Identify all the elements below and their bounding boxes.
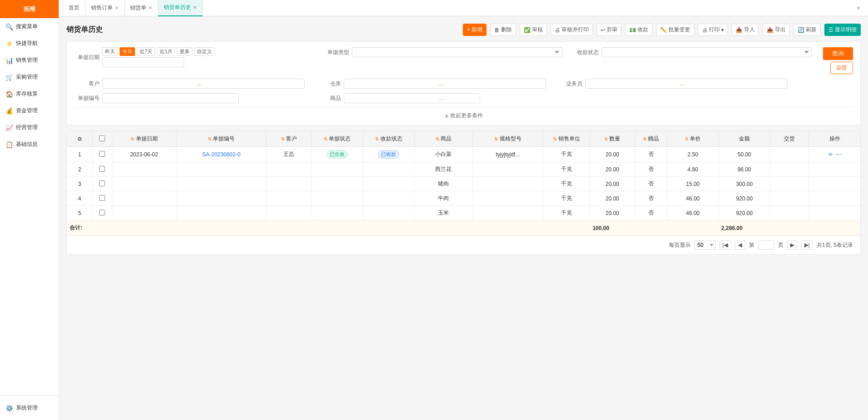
tab-sales-order-close[interactable]: ✕ [115, 5, 119, 11]
edit-action-button[interactable]: ✏ [827, 151, 834, 158]
date-today[interactable]: 今天 [120, 47, 135, 56]
query-button[interactable]: 查询 [823, 47, 853, 60]
date-custom[interactable]: 自定义 [194, 47, 215, 56]
date-1month[interactable]: 近1月 [157, 47, 175, 56]
row-check [93, 191, 112, 206]
print-button[interactable]: 🖨 打印 ▾ [698, 24, 728, 36]
close-all-tabs-button[interactable]: ✕ [853, 5, 864, 11]
next-page-button[interactable]: ▶ [787, 240, 798, 250]
first-page-button[interactable]: |◀ [719, 240, 731, 250]
client-picker-button[interactable]: ... [196, 80, 203, 87]
th-checkbox[interactable] [93, 131, 112, 147]
salesperson-picker-button[interactable]: ... [679, 80, 686, 87]
th-amount[interactable]: 金额 [718, 131, 770, 147]
th-date[interactable]: ⇅ 单据日期 [112, 131, 176, 147]
page-header: 销货单历史 + 新增 🗑 删除 ✅ 审核 🖨 审核并打印 ↩ 弃审 [66, 24, 861, 36]
sidebar-item-search-menu[interactable]: 🔍 搜索菜单 [0, 18, 59, 35]
export-button[interactable]: 📤 导出 [763, 24, 790, 36]
salesperson-label: 业务员 [557, 80, 582, 88]
row-code [176, 177, 266, 191]
table-row: 3猪肉千克20.00否15.00300.00 [67, 177, 860, 191]
client-input[interactable] [105, 80, 196, 87]
row-checkbox[interactable] [99, 166, 105, 172]
th-price[interactable]: ⇅ 单价 [667, 131, 718, 147]
last-page-button[interactable]: ▶| [801, 240, 813, 250]
tab-sales-goods-close[interactable]: ✕ [148, 5, 152, 11]
sidebar-item-label: 搜索菜单 [16, 23, 38, 30]
row-goods: 玉米 [415, 206, 472, 220]
refresh-icon: 🔄 [798, 27, 804, 33]
table-row: 2西兰花千克20.00否4.8096.00 [67, 162, 860, 177]
tab-sales-goods[interactable]: 销货单 ✕ [125, 0, 158, 16]
goods-picker-button[interactable]: ... [438, 95, 444, 101]
sidebar-item-basic-info[interactable]: 📋 基础信息 [0, 136, 59, 153]
import-button[interactable]: 📥 导入 [732, 24, 759, 36]
abandon-button[interactable]: ↩ 弃审 [597, 24, 622, 36]
row-checkbox[interactable] [99, 210, 105, 215]
refresh-button[interactable]: 🔄 刷新 [793, 24, 821, 36]
inventory-icon: 🏠 [5, 90, 13, 98]
th-doc-status[interactable]: ⇅ 单据状态 [311, 131, 363, 147]
th-qty[interactable]: ⇅ 数量 [590, 131, 635, 147]
sidebar-item-sys-mgmt[interactable]: ⚙️ 系统管理 [0, 400, 59, 416]
total-records: 共1页, 5条记录 [817, 241, 853, 249]
date-7days[interactable]: 近7天 [137, 47, 155, 56]
sales-mgmt-icon: 📊 [5, 57, 13, 64]
sidebar-item-sales-mgmt[interactable]: 📊 销售管理 [0, 52, 59, 69]
row-checkbox[interactable] [99, 195, 105, 201]
show-detail-button[interactable]: ☰ 显示明细 [824, 24, 861, 36]
collect-button[interactable]: 💵 收款 [625, 24, 652, 36]
tab-home[interactable]: 首页 [63, 0, 85, 16]
th-pay-status[interactable]: ⇅ 收款状态 [363, 131, 414, 147]
th-spec[interactable]: ⇅ 规格型号 [472, 131, 543, 147]
doc-no-input[interactable] [102, 93, 239, 103]
collapse-button[interactable]: ∧ 收起更多条件 [74, 110, 853, 120]
th-goods[interactable]: ⇅ 商品 [415, 131, 472, 147]
payment-status-select[interactable] [602, 47, 812, 57]
page-number-input[interactable]: 1 [758, 240, 774, 250]
th-settings[interactable]: ⚙ [67, 131, 93, 147]
review-print-button[interactable]: 🖨 审核并打印 [551, 24, 593, 36]
tab-sales-order[interactable]: 销售订单 ✕ [85, 0, 125, 16]
sidebar-item-finance[interactable]: 💰 资金管理 [0, 102, 59, 119]
th-unit[interactable]: ⇅ 销售单位 [543, 131, 590, 147]
sidebar-item-purchase-mgmt[interactable]: 🛒 采购管理 [0, 69, 59, 85]
th-trade[interactable]: 交货 [770, 131, 809, 147]
doc-type-select[interactable] [352, 47, 562, 57]
date-yesterday[interactable]: 昨天 [102, 47, 118, 56]
row-gift: 否 [635, 191, 667, 206]
tab-bar: 首页 销售订单 ✕ 销货单 ✕ 销货单历史 ✕ ✕ [59, 0, 868, 16]
warehouse-input[interactable] [347, 80, 438, 87]
th-code[interactable]: ⇅ 单据编号 [176, 131, 266, 147]
select-all-checkbox[interactable] [99, 135, 105, 141]
basic-info-icon: 📋 [5, 141, 13, 148]
row-checkbox[interactable] [99, 151, 105, 157]
th-gift[interactable]: ⇅ 赠品 [635, 131, 667, 147]
prev-page-button[interactable]: ◀ [735, 240, 745, 250]
date-more[interactable]: 更多 [177, 47, 192, 56]
per-page-select[interactable]: 50 100 200 [694, 240, 716, 250]
tab-sales-history-close[interactable]: ✕ [193, 5, 197, 10]
row-check [93, 177, 112, 191]
batch-change-button[interactable]: ✏️ 批量变更 [656, 24, 694, 36]
summary-action [809, 220, 860, 236]
more-action-button[interactable]: ⋯ [834, 151, 843, 158]
delete-button[interactable]: 🗑 删除 [490, 24, 516, 36]
th-client[interactable]: ⇅ 客户 [266, 131, 311, 147]
row-spec [472, 177, 543, 191]
warehouse-picker-button[interactable]: ... [438, 80, 444, 87]
date-range-input[interactable]: 2023-06-02 至 2023-06-02 [102, 57, 184, 67]
new-button[interactable]: + 新增 [463, 24, 487, 36]
sidebar-item-quick-nav[interactable]: ⚡ 快捷导航 [0, 35, 59, 52]
row-checkbox[interactable] [99, 180, 105, 186]
goods-input[interactable] [347, 95, 438, 101]
settings-button[interactable]: 设置 [830, 62, 853, 74]
row-qty: 20.00 [590, 177, 635, 191]
sidebar-item-inventory[interactable]: 🏠 库存核算 [0, 85, 59, 102]
row-gift: 否 [635, 206, 667, 220]
review-button[interactable]: ✅ 审核 [520, 24, 547, 36]
tab-sales-history[interactable]: 销货单历史 ✕ [158, 0, 203, 16]
salesperson-input[interactable] [588, 80, 679, 87]
sidebar-item-operations[interactable]: 📈 经营管理 [0, 119, 59, 136]
doc-code-link[interactable]: SA-20230602-0 [202, 151, 241, 158]
